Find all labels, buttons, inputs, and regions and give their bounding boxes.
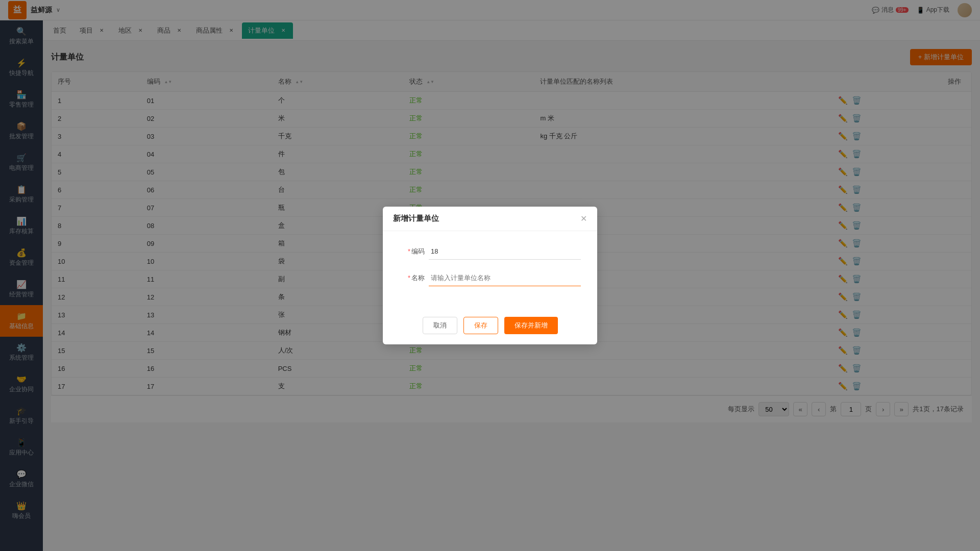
name-required: * xyxy=(408,274,410,282)
name-input[interactable] xyxy=(429,270,581,286)
code-label: *编码 xyxy=(399,247,425,256)
modal-overlay: 新增计量单位 ✕ *编码 *名称 取消 保存 保存并新增 xyxy=(0,0,980,551)
save-new-button[interactable]: 保存并新增 xyxy=(504,317,558,334)
name-label: *名称 xyxy=(399,273,425,283)
save-button[interactable]: 保存 xyxy=(463,317,498,334)
form-row-code: *编码 xyxy=(399,243,581,260)
modal-footer: 取消 保存 保存并新增 xyxy=(383,309,597,344)
modal-header: 新增计量单位 ✕ xyxy=(383,207,597,231)
modal-title: 新增计量单位 xyxy=(393,214,439,223)
cancel-button[interactable]: 取消 xyxy=(423,317,457,334)
code-required: * xyxy=(408,247,410,255)
form-row-name: *名称 xyxy=(399,270,581,286)
modal-body: *编码 *名称 xyxy=(383,231,597,309)
modal-close-button[interactable]: ✕ xyxy=(580,215,587,223)
code-input[interactable] xyxy=(429,243,581,260)
add-unit-modal: 新增计量单位 ✕ *编码 *名称 取消 保存 保存并新增 xyxy=(383,207,597,344)
